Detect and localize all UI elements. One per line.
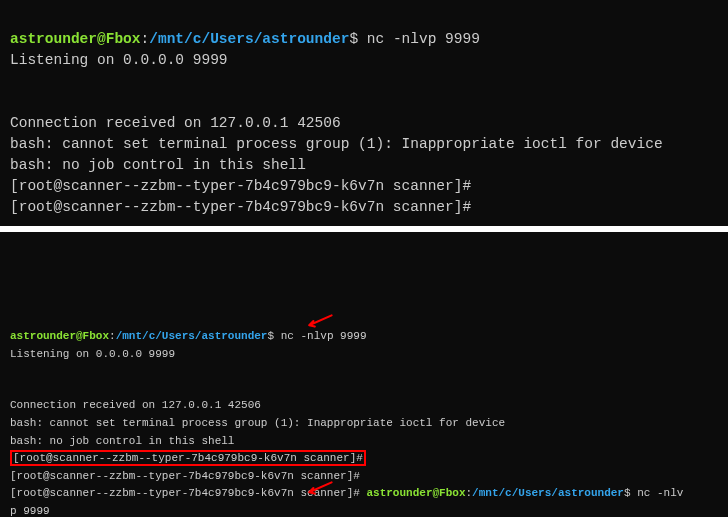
output-bash-error: bash: cannot set terminal process group … (10, 136, 663, 152)
prompt-dollar: $ (267, 330, 274, 342)
prompt-user: astrounder@Fbox (10, 31, 141, 47)
output-connection: Connection received on 127.0.0.1 42506 (10, 115, 341, 131)
prompt-sep: : (141, 31, 150, 47)
command-wrap: p 9999 (10, 505, 50, 517)
terminal-top[interactable]: astrounder@Fbox:/mnt/c/Users/astrounder$… (0, 0, 728, 226)
prompt-path: /mnt/c/Users/astrounder (472, 487, 624, 499)
prompt-dollar: $ (349, 31, 358, 47)
blank-line (10, 363, 718, 380)
command: nc -nlvp 9999 (281, 330, 367, 342)
prompt-dollar: $ (624, 487, 631, 499)
output-connection: Connection received on 127.0.0.1 42506 (10, 399, 261, 411)
annotation-arrow-icon (305, 461, 333, 479)
output-listening: Listening on 0.0.0.0 9999 (10, 52, 228, 68)
prompt-path: /mnt/c/Users/astrounder (149, 31, 349, 47)
prompt-user: astrounder@Fbox (366, 487, 465, 499)
annotation-arrow-icon (305, 294, 333, 312)
root-prompt: [root@scanner--zzbm--typer-7b4c979bc9-k6… (10, 178, 471, 194)
output-bash-error: bash: no job control in this shell (10, 435, 234, 447)
output-bash-error: bash: no job control in this shell (10, 157, 306, 173)
command: nc -nlv (637, 487, 683, 499)
output-bash-error: bash: cannot set terminal process group … (10, 417, 505, 429)
root-prompt: [root@scanner--zzbm--typer-7b4c979bc9-k6… (10, 199, 471, 215)
prompt-user: astrounder@Fbox (10, 330, 109, 342)
output-listening: Listening on 0.0.0.0 9999 (10, 348, 175, 360)
prompt-path: /mnt/c/Users/astrounder (116, 330, 268, 342)
blank-line (10, 71, 718, 113)
terminal-bottom[interactable]: astrounder@Fbox:/mnt/c/Users/astrounder$… (0, 232, 728, 517)
command: nc -nlvp 9999 (367, 31, 480, 47)
prompt-sep: : (109, 330, 116, 342)
